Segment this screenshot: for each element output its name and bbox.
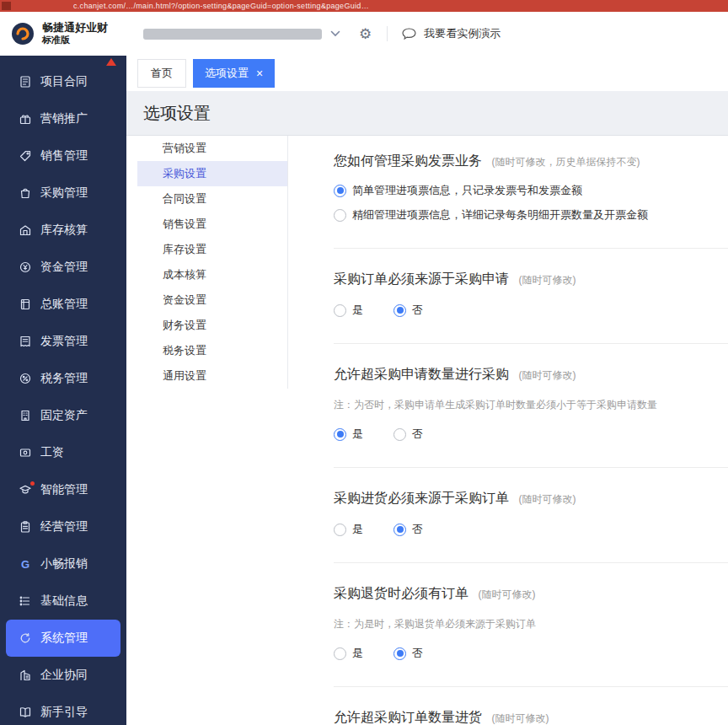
radio-option-yes[interactable]: 是 (334, 427, 363, 442)
sidebar-item-label: 新手引导 (40, 705, 88, 720)
account-selector-redacted[interactable] (143, 29, 322, 40)
browser-url: c.chanjet.com/…/main.html?/option-settin… (73, 2, 369, 10)
settings-nav: 营销设置 采购设置 合同设置 销售设置 库存设置 成本核算 资金设置 财务设置 … (137, 136, 288, 389)
settings-nav-item-sales[interactable]: 销售设置 (137, 212, 287, 237)
radio-label: 否 (412, 646, 423, 661)
sidebar-item-inventory[interactable]: 库存核算 (0, 212, 126, 249)
browser-menu-icon[interactable] (2, 2, 11, 10)
toolbar-divider (387, 26, 388, 41)
sidebar-item-basic-info[interactable]: 基础信息 (0, 583, 126, 620)
radio-label: 是 (352, 303, 363, 318)
sidebar-item-label: 销售管理 (40, 148, 88, 164)
gear-icon[interactable]: ⚙ (359, 27, 372, 41)
section-note: (随时可修改) (491, 712, 549, 724)
sync-arrows-icon (19, 631, 32, 645)
settings-nav-item-tax[interactable]: 税务设置 (137, 338, 287, 363)
radio-option-no[interactable]: 否 (393, 646, 423, 661)
sidebar-item-label: 系统管理 (40, 631, 88, 646)
svg-text:G: G (21, 558, 29, 571)
section-title: 采购退货时必须有订单 (334, 586, 468, 600)
sidebar-item-label: 工资 (40, 445, 64, 460)
settings-nav-item-funds[interactable]: 资金设置 (137, 287, 287, 313)
graduation-cap-icon (19, 483, 32, 497)
sidebar-item-smart-management[interactable]: 智能管理 (0, 471, 126, 508)
sidebar-item-project-contract[interactable]: 项目合同 (0, 63, 126, 100)
section-po-from-request: 采购订单必须来源于采购申请 (随时可修改) 是 否 (334, 249, 728, 344)
radio-option-yes[interactable]: 是 (334, 646, 363, 661)
settings-nav-item-contract[interactable]: 合同设置 (137, 186, 287, 212)
sidebar-item-collaboration[interactable]: 企业协同 (0, 657, 126, 694)
close-icon[interactable]: × (256, 67, 263, 80)
sidebar-item-invoice[interactable]: 发票管理 (0, 323, 126, 360)
sidebar-item-label: 固定资产 (40, 408, 88, 423)
sidebar-item-label: 小畅报销 (40, 556, 88, 572)
radio-option-no[interactable]: 否 (393, 303, 423, 318)
app-edition: 标准版 (42, 35, 108, 46)
section-hint: 注：为是时，采购退货单必须来源于采购订单 (334, 617, 728, 631)
section-return-needs-order: 采购退货时必须有订单 (随时可修改) 注：为是时，采购退货单必须来源于采购订单 … (334, 563, 728, 687)
radio-icon[interactable] (393, 428, 406, 441)
settings-nav-item-finance[interactable]: 财务设置 (137, 313, 287, 338)
sidebar-item-operations[interactable]: 经营管理 (0, 508, 126, 545)
section-note: (随时可修改) (518, 274, 575, 286)
sidebar: 畅捷通好业财 标准版 项目合同 营销推广 销售管理 采购管理 (0, 12, 126, 725)
sidebar-item-general-ledger[interactable]: 总账管理 (0, 286, 126, 323)
radio-option-yes[interactable]: 是 (334, 303, 363, 318)
sidebar-item-sales[interactable]: 销售管理 (0, 137, 126, 175)
sidebar-item-label: 税务管理 (40, 371, 88, 386)
radio-icon[interactable] (334, 209, 346, 222)
settings-nav-item-purchase[interactable]: 采购设置 (137, 161, 287, 186)
radio-option-detailed[interactable]: 精细管理进项票信息，详细记录每条明细开票数量及开票金额 (334, 207, 728, 223)
banknote-icon (19, 446, 32, 459)
sidebar-item-label: 营销推广 (40, 111, 88, 126)
section-title: 允许超采购申请数量进行采购 (334, 367, 509, 381)
sidebar-item-marketing[interactable]: 营销推广 (0, 100, 126, 137)
chevron-down-icon[interactable] (330, 30, 340, 37)
section-title: 采购进货必须来源于采购订单 (334, 491, 509, 505)
sidebar-item-label: 经营管理 (40, 519, 88, 534)
radio-option-simple[interactable]: 简单管理进项票信息，只记录发票号和发票金额 (334, 183, 728, 198)
radio-icon[interactable] (334, 428, 346, 441)
tab-home[interactable]: 首页 (137, 59, 186, 88)
settings-nav-item-general[interactable]: 通用设置 (137, 363, 287, 389)
tab-option-settings[interactable]: 选项设置 × (193, 59, 275, 88)
demo-link[interactable]: 我要看实例演示 (424, 26, 500, 41)
sidebar-item-label: 企业协同 (40, 668, 88, 683)
percent-icon (19, 372, 32, 385)
app-logo-text: 畅捷通好业财 标准版 (42, 22, 108, 46)
settings-nav-item-inventory[interactable]: 库存设置 (137, 237, 287, 262)
section-title: 您如何管理采购发票业务 (334, 153, 482, 168)
list-icon (19, 594, 32, 608)
radio-icon[interactable] (393, 304, 406, 317)
sidebar-item-beginner-guide[interactable]: 新手引导 (0, 694, 126, 725)
settings-nav-item-marketing[interactable]: 营销设置 (137, 136, 287, 161)
sidebar-item-label: 总账管理 (40, 297, 88, 312)
radio-label: 是 (352, 427, 363, 442)
radio-icon[interactable] (393, 524, 406, 536)
radio-option-yes[interactable]: 是 (334, 522, 363, 537)
sidebar-item-label: 项目合同 (40, 74, 88, 89)
radio-icon[interactable] (334, 185, 346, 197)
sidebar-item-reimbursement[interactable]: G 小畅报销 (0, 545, 126, 583)
sidebar-item-tax[interactable]: 税务管理 (0, 360, 126, 397)
app-logo: 畅捷通好业财 标准版 (0, 12, 126, 56)
sidebar-item-fixed-assets[interactable]: 固定资产 (0, 397, 126, 434)
radio-option-no[interactable]: 否 (393, 427, 423, 442)
sidebar-item-payroll[interactable]: 工资 (0, 434, 126, 471)
radio-icon[interactable] (334, 524, 346, 536)
radio-icon[interactable] (334, 304, 346, 317)
sidebar-item-funds[interactable]: 资金管理 (0, 249, 126, 286)
radio-icon[interactable] (334, 647, 346, 660)
sidebar-item-system-management[interactable]: 系统管理 (6, 620, 120, 657)
radio-option-no[interactable]: 否 (393, 522, 423, 537)
settings-sections: 您如何管理采购发票业务 (随时可修改，历史单据保持不变) 简单管理进项票信息，只… (334, 136, 728, 725)
sidebar-item-purchase[interactable]: 采购管理 (0, 175, 126, 212)
radio-icon[interactable] (393, 647, 406, 660)
speech-bubble-icon[interactable] (401, 27, 417, 41)
section-title: 允许超采购订单数量进货 (334, 710, 482, 724)
radio-label: 是 (352, 522, 363, 537)
chanjet-logo-icon (10, 21, 35, 46)
radio-label: 简单管理进项票信息，只记录发票号和发票金额 (352, 183, 582, 198)
g-logo-icon: G (19, 557, 32, 571)
settings-nav-item-costing[interactable]: 成本核算 (137, 262, 287, 287)
